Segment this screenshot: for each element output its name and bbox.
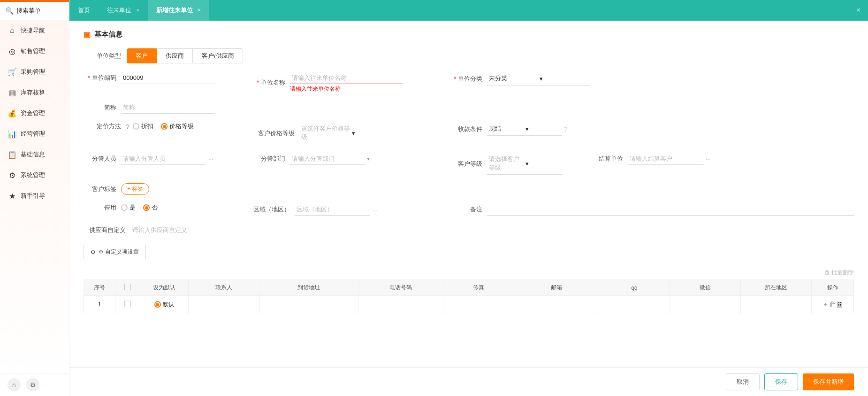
col-phone: 电话号码 [358, 280, 443, 296]
fax-input[interactable] [460, 299, 497, 310]
qq-input[interactable] [616, 299, 653, 310]
region-dots[interactable]: ··· [373, 206, 378, 213]
select-all-checkbox[interactable] [124, 284, 131, 290]
sidebar-item-operations[interactable]: 📊 经营管理 [0, 124, 69, 144]
supplier-custom-label: 供应商自定义 [84, 226, 126, 234]
remark-input[interactable] [487, 203, 854, 216]
drag-handle[interactable]: ⠿ [837, 302, 842, 308]
form-area: ▣ 基本信息 单位类型 客户 供应商 客户/供应商 单位编码 单位名称 请输入往… [69, 21, 868, 367]
radio-no-label: 否 [152, 203, 158, 212]
radio-price-level-label: 价格等级 [169, 122, 194, 131]
purchase-icon: 🛒 [8, 67, 17, 77]
sidebar-item-finance[interactable]: 💰 资金管理 [0, 103, 69, 124]
row-region-input[interactable] [757, 299, 795, 310]
manager-dots[interactable]: ··· [208, 155, 213, 163]
sidebar-item-purchase[interactable]: 🛒 采购管理 [0, 62, 69, 82]
payment-terms-select[interactable]: 现结 ▾ [487, 122, 562, 136]
field-disabled: 停用 是 否 [84, 203, 252, 212]
row-check[interactable] [124, 301, 131, 307]
unit-type-both-btn[interactable]: 客户/供应商 [193, 48, 243, 63]
radio-price-level-circle [161, 123, 168, 130]
sidebar-settings-icon[interactable]: ⚙ [26, 378, 39, 391]
field-department: 分管部门 ▾ [252, 153, 449, 165]
bottom-bar: 取消 保存 保存并新增 [69, 367, 868, 396]
tab-new-partner[interactable]: 新增往来单位 × [148, 0, 209, 21]
custom-settings-area: ⚙ ⚙ 自定义项设置 [84, 245, 854, 259]
guide-icon: ★ [8, 191, 17, 201]
pricing-method-info[interactable]: ? [126, 123, 129, 130]
save-button[interactable]: 保存 [764, 373, 798, 390]
payment-terms-info[interactable]: ? [564, 125, 568, 133]
unit-code-input[interactable] [121, 72, 215, 84]
unit-name-input[interactable] [290, 72, 403, 84]
col-wechat: 微信 [670, 280, 741, 296]
region-input[interactable] [295, 203, 370, 216]
sidebar-item-basic-info[interactable]: 📋 基础信息 [0, 144, 69, 165]
sidebar-item-sales[interactable]: ◎ 销售管理 [0, 41, 69, 62]
customer-level-select[interactable]: 请选择客户等级 ▾ [487, 153, 562, 175]
payment-terms-label: 收款条件 [449, 125, 482, 133]
sidebar-item-guide[interactable]: ★ 新手引导 [0, 186, 69, 206]
unit-category-chevron: ▾ [540, 75, 588, 82]
unit-name-label: 单位名称 [252, 78, 285, 87]
form-row-shortname: 简称 [84, 101, 854, 114]
radio-price-level[interactable]: 价格等级 [161, 122, 194, 131]
save-new-button[interactable]: 保存并新增 [803, 373, 854, 390]
unit-type-customer-btn[interactable]: 客户 [127, 48, 157, 63]
supplier-custom-input[interactable] [130, 224, 224, 236]
settlement-unit-input[interactable] [628, 153, 703, 165]
delete-row-btn[interactable]: 🗑 [829, 301, 836, 308]
table-row: 1 默认 [84, 296, 854, 313]
customer-price-level-select[interactable]: 请选择客户价格等级 ▾ [299, 122, 403, 144]
search-menu[interactable]: 🔍 搜索菜单 [0, 2, 69, 20]
field-remark: 备注 [449, 203, 854, 216]
radio-discount[interactable]: 折扣 [133, 122, 153, 131]
customer-tag-label: 客户标签 [84, 185, 116, 194]
tab-home[interactable]: 首页 [69, 0, 99, 21]
contact-input[interactable] [205, 299, 243, 310]
manager-input[interactable] [121, 153, 206, 165]
field-region: 区域（地区） ··· [252, 203, 449, 216]
sidebar-home-icon[interactable]: ⌂ [8, 378, 21, 391]
radio-yes[interactable]: 是 [121, 203, 136, 212]
sidebar-item-quick-nav[interactable]: ⌂ 快捷导航 [0, 20, 69, 41]
field-settlement-unit: 结算单位 ··· [590, 153, 854, 165]
close-all-tabs[interactable]: × [849, 6, 868, 15]
department-input[interactable] [290, 153, 365, 165]
row-qq [599, 296, 670, 313]
radio-no[interactable]: 否 [143, 203, 158, 212]
short-name-label: 简称 [84, 103, 116, 112]
tab-new-partner-close[interactable]: × [198, 7, 201, 14]
sidebar-item-label: 资金管理 [21, 109, 45, 117]
add-row-btn[interactable]: + [823, 301, 827, 308]
radio-yes-circle [121, 204, 128, 211]
unit-code-label: 单位编码 [84, 74, 116, 82]
form-row-manager: 分管人员 ··· 分管部门 ▾ 客户等级 请选择客户等级 ▾ 结算单位 ··· [84, 153, 854, 175]
settlement-dots[interactable]: ··· [706, 155, 711, 163]
field-payment-terms: 收款条件 现结 ▾ ? [449, 122, 854, 136]
tab-partner-close[interactable]: × [136, 7, 139, 14]
short-name-input[interactable] [121, 101, 215, 114]
add-tag-btn[interactable]: + 标签 [121, 183, 149, 195]
default-radio[interactable] [154, 301, 161, 308]
address-input[interactable] [281, 299, 337, 310]
unit-type-supplier-btn[interactable]: 供应商 [157, 48, 193, 63]
sidebar-item-inventory[interactable]: ▦ 库存核算 [0, 82, 69, 103]
email-input[interactable] [533, 299, 580, 310]
col-check [115, 280, 140, 296]
unit-name-error: 请输入往来单位名称 [290, 85, 449, 93]
table-header: 序号 设为默认 联系人 到货地址 电话号码 传真 邮箱 qq 微信 所在地区 操… [84, 280, 854, 296]
batch-delete-btn[interactable]: 🗑 批量删除 [824, 269, 854, 277]
row-actions: + 🗑 ⠿ [812, 296, 854, 313]
tab-partner[interactable]: 往来单位 × [99, 0, 148, 21]
field-unit-name: 单位名称 请输入往来单位名称 [252, 72, 449, 93]
sidebar-item-label: 销售管理 [21, 47, 45, 55]
wechat-input[interactable] [686, 299, 724, 310]
phone-input[interactable] [377, 299, 424, 310]
cancel-button[interactable]: 取消 [726, 373, 760, 390]
unit-category-select[interactable]: 未分类 ▾ [487, 72, 590, 85]
sidebar-item-system[interactable]: ⚙ 系统管理 [0, 165, 69, 186]
customer-price-level-label: 客户价格等级 [252, 129, 295, 138]
sidebar: 🔍 搜索菜单 ⌂ 快捷导航 ◎ 销售管理 🛒 采购管理 ▦ 库存核算 💰 资金管… [0, 0, 69, 396]
custom-settings-btn[interactable]: ⚙ ⚙ 自定义项设置 [84, 245, 146, 259]
